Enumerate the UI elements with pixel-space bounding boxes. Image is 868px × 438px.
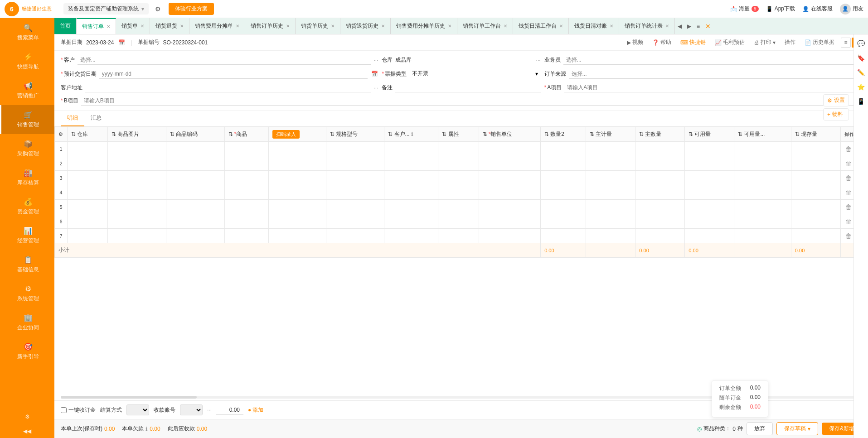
tab-detail[interactable]: 明细 xyxy=(61,111,84,126)
warehouse-dots[interactable]: ··· xyxy=(536,57,541,63)
row-3-main-unit[interactable] xyxy=(586,171,635,185)
row-3-warehouse[interactable] xyxy=(68,171,108,185)
tab-sales-fee-history-close[interactable]: ✕ xyxy=(448,24,451,29)
row-3-code[interactable] xyxy=(166,171,224,185)
tab-sales-stats[interactable]: 销售订单统计表 ✕ xyxy=(619,18,675,34)
add-btn[interactable]: ● 添加 xyxy=(248,406,263,414)
sort-current-stock[interactable]: ⇅ xyxy=(795,131,800,137)
row-2-warehouse[interactable] xyxy=(68,156,108,171)
table-container[interactable]: ⚙ ⇅ 仓库 ⇅ 商品图片 ⇅ 商品编码 ⇅ *商品 扫码录入 ⇅ 规格型号 xyxy=(54,127,868,394)
tab-cash-daily-clear-close[interactable]: ✕ xyxy=(559,24,563,29)
row-1-main-unit[interactable] xyxy=(586,142,635,156)
row-5-warehouse[interactable] xyxy=(68,200,108,214)
row-3-current-stock[interactable] xyxy=(791,171,840,185)
row-2-qty2[interactable] xyxy=(541,156,586,171)
row-1-code[interactable] xyxy=(166,142,224,156)
tab-menu-btn[interactable]: ≡ xyxy=(694,18,703,34)
row-6-image[interactable] xyxy=(108,214,166,229)
amount-input[interactable] xyxy=(216,405,243,415)
row-7-sales-unit[interactable] xyxy=(479,229,541,243)
row-7-main-qty[interactable] xyxy=(635,229,685,243)
right-action-chat[interactable]: 💬 xyxy=(855,37,868,50)
row-2-sales-unit[interactable] xyxy=(479,156,541,171)
row-2-main-unit[interactable] xyxy=(586,156,635,171)
bank-account-dots[interactable]: ··· xyxy=(207,407,212,413)
sidebar-item-quick-nav[interactable]: ⚡ 快捷导航 xyxy=(0,47,54,76)
row-2-attributes[interactable] xyxy=(438,156,479,171)
row-5-attributes[interactable] xyxy=(438,200,479,214)
row-3-image[interactable] xyxy=(108,171,166,185)
sort-attributes[interactable]: ⇅ xyxy=(442,131,446,137)
payment-method-select[interactable] xyxy=(126,404,149,415)
sort-product[interactable]: ⇅ xyxy=(228,131,233,137)
app-download-btn[interactable]: 📱 App下载 xyxy=(766,5,795,13)
settings-icon[interactable]: ⚙ xyxy=(151,3,164,15)
row-4-product[interactable] xyxy=(224,185,268,200)
row-1-spec[interactable] xyxy=(326,142,384,156)
row-4-main-qty[interactable] xyxy=(635,185,685,200)
row-2-spec[interactable] xyxy=(326,156,384,171)
tab-sales-refund-close[interactable]: ✕ xyxy=(180,24,184,29)
tab-close-all-btn[interactable]: ✕ xyxy=(703,18,713,34)
row-1-main-qty[interactable] xyxy=(635,142,685,156)
tab-cash-daily-reconcile-close[interactable]: ✕ xyxy=(610,24,613,29)
tab-sales-refund-history-close[interactable]: ✕ xyxy=(381,24,385,29)
tab-sales-return-history-close[interactable]: ✕ xyxy=(331,24,335,29)
row-2-delete-btn[interactable]: 🗑 xyxy=(845,160,852,167)
row-3-attributes[interactable] xyxy=(438,171,479,185)
save-draft-button[interactable]: 保存草稿 ▾ xyxy=(776,422,818,435)
row-7-current-stock[interactable] xyxy=(791,229,840,243)
row-4-available2[interactable] xyxy=(734,185,791,200)
row-7-image[interactable] xyxy=(108,229,166,243)
message-btn[interactable]: 📩 海量 9 xyxy=(730,5,759,13)
row-6-delete-btn[interactable]: 🗑 xyxy=(845,218,852,225)
product-count-icon[interactable]: ◎ xyxy=(697,426,702,432)
row-2-code[interactable] xyxy=(166,156,224,171)
view-btn[interactable]: ▶ 视频 xyxy=(624,37,646,48)
a-project-input[interactable] xyxy=(564,83,862,92)
row-2-product[interactable] xyxy=(224,156,268,171)
delivery-date-input[interactable] xyxy=(99,69,368,79)
customer-address-input[interactable] xyxy=(85,83,371,92)
row-6-qty2[interactable] xyxy=(541,214,586,229)
row-3-customer-code[interactable] xyxy=(384,171,438,185)
row-7-main-unit[interactable] xyxy=(586,229,635,243)
row-6-available[interactable] xyxy=(685,214,734,229)
row-3-qty2[interactable] xyxy=(541,171,586,185)
sort-customer-code[interactable]: ⇅ xyxy=(388,131,393,137)
remarks-input[interactable] xyxy=(395,83,540,92)
sort-warehouse[interactable]: ⇅ xyxy=(71,131,76,137)
right-action-bookmark[interactable]: 🔖 xyxy=(855,52,868,64)
sidebar-item-finance[interactable]: 💰 资金管理 xyxy=(0,192,54,221)
row-7-product[interactable] xyxy=(224,229,268,243)
tab-sales-refund[interactable]: 销货退货 ✕ xyxy=(150,18,189,34)
sort-image[interactable]: ⇅ xyxy=(112,131,116,137)
row-2-available[interactable] xyxy=(685,156,734,171)
row-6-sales-unit[interactable] xyxy=(479,214,541,229)
row-4-code[interactable] xyxy=(166,185,224,200)
tab-sales-fee-split[interactable]: 销售费用分摊单 ✕ xyxy=(189,18,245,34)
sort-available2[interactable]: ⇅ xyxy=(738,131,742,137)
one-click-deposit-check[interactable]: 一键收订金 xyxy=(61,406,96,414)
row-5-available[interactable] xyxy=(685,200,734,214)
tab-summary[interactable]: 汇总 xyxy=(84,111,108,126)
row-7-spec[interactable] xyxy=(326,229,384,243)
row-6-warehouse[interactable] xyxy=(68,214,108,229)
tab-sales-stats-close[interactable]: ✕ xyxy=(665,24,669,29)
list-view-icon[interactable]: ≡ xyxy=(841,38,851,48)
row-4-current-stock[interactable] xyxy=(791,185,840,200)
invoice-type-select[interactable]: 不开票 ▾ xyxy=(409,68,541,79)
sort-available[interactable]: ⇅ xyxy=(689,131,693,137)
sidebar-item-guide[interactable]: 🎯 新手引导 xyxy=(0,337,54,366)
order-source-input[interactable] xyxy=(569,69,856,79)
row-4-main-unit[interactable] xyxy=(586,185,635,200)
discard-button[interactable]: 放弃 xyxy=(747,422,773,435)
row-5-current-stock[interactable] xyxy=(791,200,840,214)
scan-button[interactable]: 扫码录入 xyxy=(272,130,300,139)
bank-account-select[interactable] xyxy=(180,404,203,415)
row-6-main-qty[interactable] xyxy=(635,214,685,229)
tab-sales-fee-history[interactable]: 销售费用分摊单历史 ✕ xyxy=(391,18,457,34)
row-5-image[interactable] xyxy=(108,200,166,214)
row-6-current-stock[interactable] xyxy=(791,214,840,229)
row-1-qty2[interactable] xyxy=(541,142,586,156)
